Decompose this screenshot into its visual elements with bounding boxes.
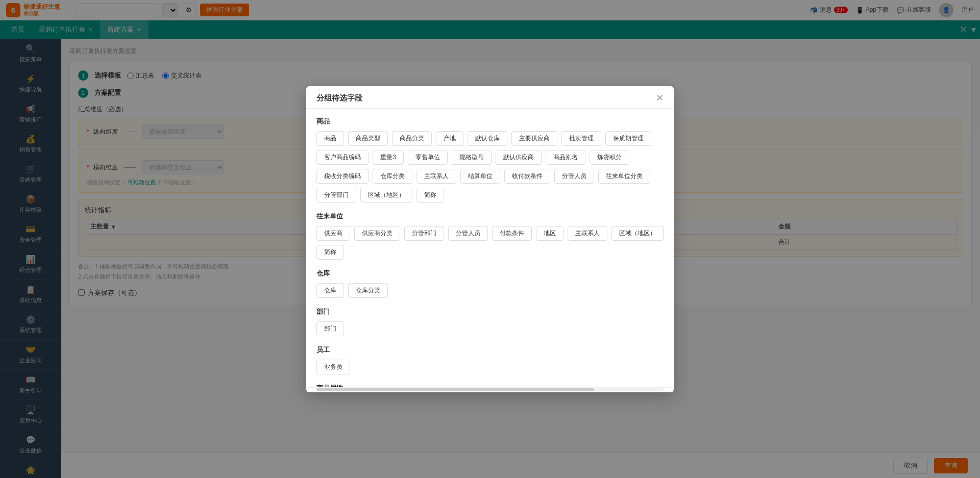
field-section-counterpart: 往来单位供应商供应商分类分管部门分管人员付款条件地区主联系人区域（地区）简称 [316,212,664,260]
field-tag-product-11[interactable]: 规格型号 [452,150,492,165]
modal-header: 分组待选字段 ✕ [306,86,674,109]
field-grid-counterpart: 供应商供应商分类分管部门分管人员付款条件地区主联系人区域（地区）简称 [316,226,664,260]
field-tag-product-2[interactable]: 商品分类 [392,131,432,146]
field-tag-product-15[interactable]: 税收分类编码 [316,169,369,184]
field-tag-warehouse-0[interactable]: 仓库 [316,283,344,298]
field-tag-product-12[interactable]: 默认供应商 [496,150,542,165]
field-section-title-counterpart: 往来单位 [316,212,664,221]
field-tag-product-20[interactable]: 分管人员 [554,169,594,184]
field-tag-counterpart-7[interactable]: 区域（地区） [611,226,664,241]
field-tag-warehouse-1[interactable]: 仓库分类 [348,283,388,298]
field-tag-product-6[interactable]: 批次管理 [561,131,601,146]
field-tag-product-21[interactable]: 往来单位分类 [598,169,650,184]
field-tag-counterpart-3[interactable]: 分管人员 [448,226,488,241]
field-tag-counterpart-2[interactable]: 分管部门 [404,226,444,241]
field-tag-counterpart-6[interactable]: 主联系人 [568,226,607,241]
field-tag-product-17[interactable]: 主联系人 [416,169,456,184]
field-section-product_attr: 商品属性属性颜色多规格尺码鞋码1 [316,384,664,387]
field-section-product: 商品商品商品类型商品分类产地默认仓库主要供应商批次管理保质期管理客户商品编码重量… [316,117,664,203]
field-section-title-warehouse: 仓库 [316,269,664,278]
field-grid-employee: 业务员 [316,360,664,374]
field-tag-product-14[interactable]: 炼货积分 [590,150,629,165]
field-tag-product-9[interactable]: 重量3 [373,150,404,165]
field-section-department: 部门部门 [316,307,664,336]
field-tag-product-24[interactable]: 简称 [416,188,444,203]
modal-hscroll [306,387,674,392]
field-tag-department-0[interactable]: 部门 [316,321,344,336]
field-tag-product-18[interactable]: 结算单位 [460,169,500,184]
field-tag-product-7[interactable]: 保质期管理 [605,131,651,146]
modal-title: 分组待选字段 [316,93,362,103]
field-section-employee: 员工业务员 [316,345,664,374]
field-section-title-product_attr: 商品属性 [316,384,664,387]
field-tag-product-13[interactable]: 商品别名 [546,150,585,165]
modal-close-button[interactable]: ✕ [656,93,664,103]
modal-body: 商品商品商品类型商品分类产地默认仓库主要供应商批次管理保质期管理客户商品编码重量… [306,109,674,387]
field-grid-department: 部门 [316,321,664,336]
field-tag-counterpart-5[interactable]: 地区 [536,226,564,241]
field-tag-product-5[interactable]: 主要供应商 [511,131,557,146]
field-tag-counterpart-4[interactable]: 付款条件 [492,226,532,241]
field-tag-product-8[interactable]: 客户商品编码 [316,150,369,165]
field-tag-product-10[interactable]: 零售单位 [408,150,448,165]
field-tag-product-19[interactable]: 收付款条件 [504,169,550,184]
field-section-title-department: 部门 [316,307,664,316]
modal-overlay: 分组待选字段 ✕ 商品商品商品类型商品分类产地默认仓库主要供应商批次管理保质期管… [0,0,980,478]
field-tag-product-4[interactable]: 默认仓库 [468,131,507,146]
field-tag-product-16[interactable]: 仓库分类 [373,169,412,184]
field-section-title-employee: 员工 [316,345,664,355]
field-tag-product-22[interactable]: 分管部门 [316,188,356,203]
field-grid-product: 商品商品类型商品分类产地默认仓库主要供应商批次管理保质期管理客户商品编码重量3零… [316,131,664,203]
field-tag-product-1[interactable]: 商品类型 [348,131,388,146]
field-grid-warehouse: 仓库仓库分类 [316,283,664,298]
field-tag-product-3[interactable]: 产地 [436,131,463,146]
field-tag-counterpart-8[interactable]: 简称 [316,245,344,260]
field-tag-employee-0[interactable]: 业务员 [316,360,350,374]
field-tag-counterpart-1[interactable]: 供应商分类 [354,226,400,241]
modal-dialog: 分组待选字段 ✕ 商品商品商品类型商品分类产地默认仓库主要供应商批次管理保质期管… [306,86,674,392]
field-section-title-product: 商品 [316,117,664,126]
field-tag-counterpart-0[interactable]: 供应商 [316,226,350,241]
field-section-warehouse: 仓库仓库仓库分类 [316,269,664,298]
field-tag-product-23[interactable]: 区域（地区） [360,188,412,203]
field-tag-product-0[interactable]: 商品 [316,131,344,146]
